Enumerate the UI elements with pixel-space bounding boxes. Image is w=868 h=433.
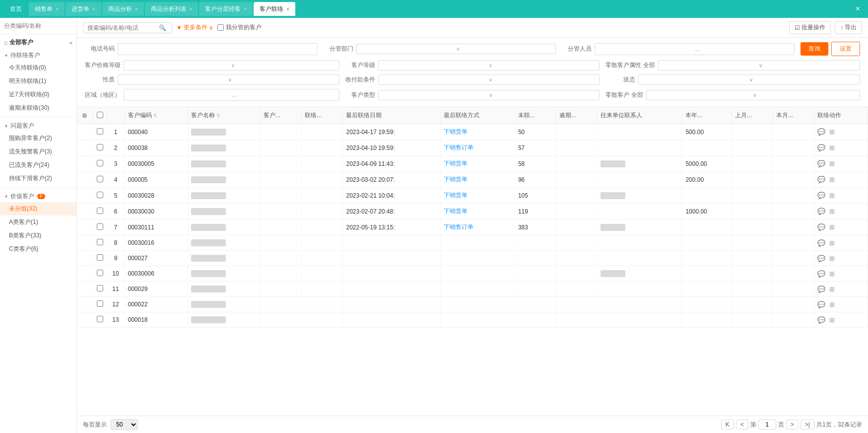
sidebar-item-tomorrow[interactable]: 明天待联络(1) <box>0 74 76 88</box>
chat-icon[interactable]: 💬 <box>817 239 825 247</box>
close-icon[interactable]: × <box>92 6 95 12</box>
grid-action-icon[interactable]: ⊞ <box>829 270 835 278</box>
grid-action-icon[interactable]: ⊞ <box>829 223 835 231</box>
first-page-button[interactable]: K <box>721 420 734 430</box>
td-checkbox[interactable] <box>93 251 107 266</box>
chat-icon[interactable]: 💬 <box>817 223 825 231</box>
export-button[interactable]: ↑ 导出 <box>835 21 862 34</box>
grid-action-icon[interactable]: ⊞ <box>829 286 835 293</box>
chat-icon[interactable]: 💬 <box>817 316 825 324</box>
nature-select[interactable]: ∨ <box>118 74 339 85</box>
close-icon[interactable]: × <box>244 6 247 12</box>
main-search-box[interactable]: 🔍 <box>83 22 172 33</box>
th-not-contacted[interactable]: 未联... <box>515 107 556 124</box>
grid-action-icon[interactable]: ⊞ <box>829 176 835 183</box>
home-tab[interactable]: 首页 <box>4 5 28 13</box>
last-contact-method-link[interactable]: 下销货单 <box>444 192 467 199</box>
chat-icon[interactable]: 💬 <box>817 208 825 215</box>
grid-action-icon[interactable]: ⊞ <box>829 301 835 308</box>
row-checkbox[interactable] <box>97 254 103 261</box>
row-checkbox[interactable] <box>97 176 103 182</box>
sidebar-item-class-c[interactable]: C类客户(6) <box>0 242 76 256</box>
chat-icon[interactable]: 💬 <box>817 301 825 308</box>
chat-icon[interactable]: 💬 <box>817 270 825 278</box>
row-checkbox[interactable] <box>97 160 103 166</box>
td-checkbox[interactable] <box>93 266 107 282</box>
td-checkbox[interactable] <box>93 172 107 188</box>
chat-icon[interactable]: 💬 <box>817 176 825 183</box>
sidebar-search-input[interactable] <box>4 22 77 29</box>
row-checkbox[interactable] <box>97 223 103 230</box>
tab-analysis-list[interactable]: 商品分析列表 × <box>145 2 199 16</box>
td-checkbox[interactable] <box>93 235 107 251</box>
close-icon[interactable]: × <box>286 6 289 12</box>
next-page-button[interactable]: > <box>786 420 799 430</box>
tab-customer-contact[interactable]: 客户联络 × <box>254 2 295 16</box>
collapse-icon[interactable]: « <box>69 40 72 46</box>
chat-icon[interactable]: 💬 <box>817 128 825 136</box>
th-this-year[interactable]: 本年... <box>682 107 732 124</box>
last-contact-method-link[interactable]: 下销售订单 <box>444 223 473 230</box>
main-search-input[interactable] <box>87 24 157 31</box>
tab-customer-segment[interactable]: 客户分层经客 × <box>199 2 253 16</box>
th-last-contact-method[interactable]: 最后联络方式 <box>440 107 515 124</box>
query-button[interactable]: 查询 <box>801 42 828 56</box>
retail-attr-select[interactable]: ∨ <box>658 60 860 71</box>
sidebar-item-churned[interactable]: 已流失客户(24) <box>0 158 76 172</box>
sidebar-item-overdue[interactable]: 逾期未联络(30) <box>0 101 76 115</box>
problem-customers-group[interactable]: ▼ 问题客户 <box>0 119 76 132</box>
close-icon[interactable]: × <box>135 6 138 12</box>
more-conditions-btn[interactable]: ▼ 更多条件 ∧ <box>176 23 213 32</box>
th-customer-type[interactable]: 客户... <box>261 107 302 124</box>
td-checkbox[interactable] <box>93 140 107 156</box>
customer-level-select[interactable]: ∨ <box>378 60 600 71</box>
close-icon[interactable]: × <box>190 6 193 12</box>
th-this-month[interactable]: 本月... <box>773 107 814 124</box>
my-customers-checkbox[interactable] <box>217 24 224 31</box>
manager-select[interactable]: … <box>595 43 795 55</box>
tab-sales[interactable]: 销售单 × <box>29 2 65 16</box>
th-contact[interactable]: 联络... <box>302 107 343 124</box>
td-checkbox[interactable] <box>93 282 107 297</box>
phone-input[interactable] <box>118 43 318 55</box>
grid-action-icon[interactable]: ⊞ <box>829 192 835 199</box>
close-icon[interactable]: × <box>56 6 59 12</box>
grid-action-icon[interactable]: ⊞ <box>829 144 835 151</box>
last-contact-method-link[interactable]: 下销售订单 <box>444 144 473 151</box>
sidebar-item-hoarding[interactable]: 囤购异常客户(2) <box>0 132 76 145</box>
sidebar-item-ungrouoped[interactable]: 未分组(32) <box>0 202 76 216</box>
td-checkbox[interactable] <box>93 312 107 328</box>
sidebar-item-class-a[interactable]: A类客户(1) <box>0 216 76 229</box>
tab-purchase[interactable]: 进货单 × <box>66 2 101 16</box>
td-checkbox[interactable] <box>93 188 107 204</box>
batch-operation-button[interactable]: ☑ 批量操作 <box>789 21 831 34</box>
grid-action-icon[interactable]: ⊞ <box>829 128 835 136</box>
value-customers-group[interactable]: ▼ 价值客户 F <box>0 190 76 202</box>
select-all-checkbox[interactable] <box>97 112 103 118</box>
row-checkbox[interactable] <box>97 128 103 135</box>
th-code[interactable]: 客户编码⇅ <box>125 107 188 124</box>
th-last-contact-date[interactable]: 最后联络日期 <box>343 107 440 124</box>
th-overdue[interactable]: 逾期... <box>556 107 597 124</box>
sidebar-item-7days[interactable]: 近7天待联络(0) <box>0 88 76 101</box>
row-checkbox[interactable] <box>97 316 103 322</box>
last-contact-method-link[interactable]: 下销货单 <box>444 176 467 183</box>
sidebar-item-declining[interactable]: 持续下滑客户(2) <box>0 172 76 185</box>
more-icon[interactable]: … <box>229 91 334 98</box>
dept-select[interactable]: ∨ <box>356 44 556 54</box>
row-checkbox[interactable] <box>97 270 103 276</box>
row-checkbox[interactable] <box>97 285 103 291</box>
status-select[interactable]: ∨ <box>638 74 860 85</box>
my-customers-checkbox-label[interactable]: 我分管的客户 <box>217 23 262 32</box>
reset-button[interactable]: 设置 <box>831 42 860 56</box>
grid-action-icon[interactable]: ⊞ <box>829 255 835 262</box>
row-checkbox[interactable] <box>97 192 103 198</box>
prev-page-button[interactable]: < <box>736 420 748 430</box>
th-settings[interactable]: ⚙ <box>77 107 93 124</box>
search-icon[interactable]: 🔍 <box>159 24 166 31</box>
customer-type-select[interactable]: ∨ <box>378 90 600 100</box>
grid-action-icon[interactable]: ⊞ <box>829 208 835 215</box>
last-contact-method-link[interactable]: 下销货单 <box>444 160 467 167</box>
last-contact-method-link[interactable]: 下销货单 <box>444 208 467 215</box>
td-checkbox[interactable] <box>93 204 107 219</box>
